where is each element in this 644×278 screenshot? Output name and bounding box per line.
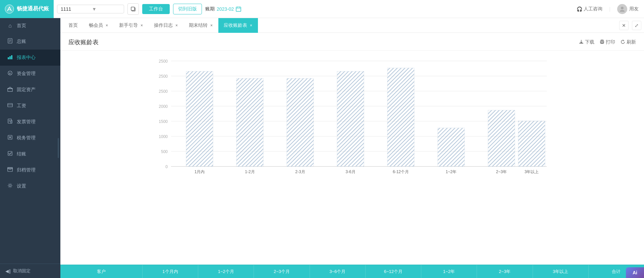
svg-rect-19 — [8, 103, 12, 107]
svg-text:¥: ¥ — [9, 72, 11, 75]
refresh-icon — [621, 40, 625, 45]
content-area: 首页 畅会员 × 新手引导 × 操作日志 × 期末结转 × 应收账龄表 × — [60, 18, 644, 278]
sidebar-item-archive[interactable]: 归档管理 — [0, 162, 60, 178]
cancel-fixed-button[interactable]: ◀‖ 取消固定 — [0, 264, 60, 278]
svg-rect-13 — [9, 56, 11, 59]
svg-text:2500: 2500 — [159, 89, 168, 94]
tabs-end: ✕ ⤢ — [619, 21, 641, 30]
svg-text:2500: 2500 — [159, 74, 168, 79]
invoice-icon — [7, 119, 13, 125]
tab-yearend[interactable]: 期末结转 × — [183, 18, 218, 33]
logo-icon — [5, 4, 14, 14]
close-all-tabs-button[interactable]: ✕ — [619, 21, 629, 30]
svg-text:1500: 1500 — [159, 119, 168, 124]
svg-rect-36 — [601, 42, 603, 44]
svg-text:500: 500 — [161, 149, 168, 154]
svg-text:3-6月: 3-6月 — [345, 169, 355, 174]
salary-icon — [7, 102, 13, 109]
download-icon — [579, 40, 584, 45]
download-button[interactable]: 下载 — [579, 39, 594, 45]
col-3-6month: 3~6个月 — [310, 265, 366, 278]
ai-badge[interactable]: Ai — [626, 267, 644, 278]
calendar-icon[interactable] — [236, 6, 241, 12]
tabs-bar: 首页 畅会员 × 新手引导 × 操作日志 × 期末结转 × 应收账龄表 × — [60, 18, 644, 33]
archive-icon — [7, 167, 13, 173]
tab-oplog[interactable]: 操作日志 × — [149, 18, 183, 33]
copy-icon — [130, 6, 136, 12]
tab-close-membership[interactable]: × — [106, 23, 108, 28]
settings-icon — [7, 183, 13, 190]
headset-icon: 🎧 — [577, 6, 582, 12]
svg-rect-35 — [601, 40, 603, 41]
table-header: 客户 1个月内 1~2个月 2~3个月 3~6个月 6~12个月 — [60, 265, 644, 278]
sidebar-item-salary[interactable]: 工资 — [0, 98, 60, 114]
funds-icon: ¥ — [7, 70, 13, 77]
logo-text: 畅捷通易代账 — [17, 5, 49, 12]
scroll-indicator — [58, 138, 59, 158]
consult-button[interactable]: 🎧 人工咨询 — [577, 6, 602, 12]
svg-point-7 — [621, 7, 624, 9]
tab-close-oplog[interactable]: × — [175, 23, 178, 28]
print-icon — [600, 40, 604, 45]
company-selector[interactable]: 1111 ▼ — [57, 5, 124, 13]
tab-close-guide[interactable]: × — [141, 23, 143, 28]
col-1month: 1个月内 — [143, 265, 198, 278]
tab-home[interactable]: 首页 — [63, 18, 84, 33]
ledger-icon — [7, 38, 13, 45]
sidebar-item-home[interactable]: ⌂ 首页 — [0, 18, 60, 33]
svg-rect-59 — [287, 78, 314, 166]
refresh-button[interactable]: 刷新 — [621, 39, 636, 45]
svg-text:6-12个月: 6-12个月 — [393, 169, 409, 174]
maximize-button[interactable]: ⤢ — [632, 21, 641, 30]
tab-aging[interactable]: 应收账龄表 × — [218, 18, 258, 33]
svg-text:2-3月: 2-3月 — [295, 169, 305, 174]
tab-guide[interactable]: 新手引导 × — [114, 18, 149, 33]
workbench-button[interactable]: 工作台 — [142, 4, 170, 14]
avatar — [617, 4, 627, 14]
sidebar-item-funds[interactable]: ¥ 资金管理 — [0, 66, 60, 82]
svg-point-0 — [5, 5, 14, 13]
sidebar-item-tax[interactable]: 税务管理 — [0, 130, 60, 146]
col-2-3year: 2~3年 — [477, 265, 533, 278]
chart-area: 2500 2500 2500 2000 1500 1000 500 — [60, 51, 644, 265]
page-title: 应收账龄表 — [68, 38, 99, 46]
svg-text:2~3年: 2~3年 — [496, 169, 507, 174]
sidebar-item-settings[interactable]: 设置 — [0, 178, 60, 194]
tax-icon — [7, 135, 13, 141]
logo: 畅捷通易代账 — [0, 0, 54, 18]
tab-membership[interactable]: 畅会员 × — [84, 18, 114, 33]
svg-text:2500: 2500 — [159, 59, 168, 64]
page-actions: 下载 打印 刷新 — [579, 39, 636, 45]
svg-text:1~2年: 1~2年 — [446, 169, 457, 174]
copy-button[interactable] — [127, 3, 139, 15]
svg-point-32 — [9, 185, 11, 187]
svg-rect-14 — [11, 55, 12, 59]
col-customer: 客户 — [60, 265, 143, 278]
sidebar-item-invoice[interactable]: 发票管理 — [0, 114, 60, 130]
sidebar: ⌂ 首页 总账 报表中心 ¥ 资金管理 固定资产 — [0, 18, 60, 278]
user-menu[interactable]: 用友 — [617, 4, 639, 14]
reports-icon — [7, 54, 13, 61]
period-display: 账期 2023-02 — [205, 6, 241, 12]
page-content: 应收账龄表 下载 打印 — [60, 33, 644, 278]
svg-rect-28 — [8, 151, 12, 155]
home-icon: ⌂ — [7, 23, 13, 29]
col-1-2month: 1~2个月 — [198, 265, 254, 278]
pin-icon: ◀‖ — [5, 269, 11, 274]
header-right: 🎧 人工咨询 | 用友 — [577, 4, 639, 14]
switch-version-button[interactable]: 切到旧版 — [173, 4, 202, 14]
col-3plus-year: 3年以上 — [533, 265, 589, 278]
sidebar-item-assets[interactable]: 固定资产 — [0, 82, 60, 98]
svg-text:1000: 1000 — [159, 134, 168, 139]
bar-chart: 2500 2500 2500 2000 1500 1000 500 — [68, 56, 636, 183]
svg-rect-67 — [488, 110, 515, 166]
sidebar-item-reports[interactable]: 报表中心 — [0, 50, 60, 66]
print-button[interactable]: 打印 — [600, 39, 615, 45]
tab-close-yearend[interactable]: × — [210, 23, 213, 28]
svg-rect-55 — [186, 71, 213, 166]
header: 畅捷通易代账 1111 ▼ 工作台 切到旧版 账期 2023-02 🎧 人工咨询… — [0, 0, 644, 18]
sidebar-item-checkout[interactable]: 结账 — [0, 146, 60, 162]
sidebar-item-ledger[interactable]: 总账 — [0, 33, 60, 50]
tab-close-aging[interactable]: × — [250, 23, 252, 28]
svg-rect-69 — [518, 121, 545, 166]
